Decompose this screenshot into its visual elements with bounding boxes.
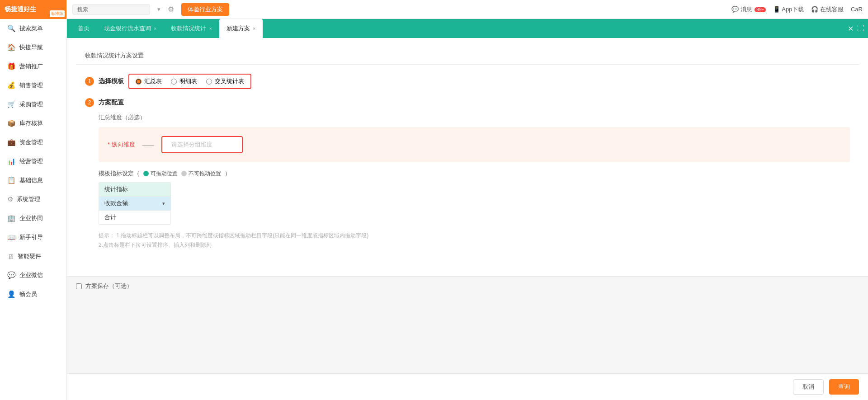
radio-detail-label: 明细表 [179, 77, 197, 85]
sidebar-item-wechat[interactable]: 💬 企业微信 [0, 266, 66, 285]
tip-1: 提示： 1.拖动标题栏可以调整布局，不可跨维度或指标区域拖动栏目字段(只能在同一… [99, 232, 850, 240]
sidebar-item-label: 营销推广 [19, 62, 43, 71]
sidebar-item-inventory[interactable]: 📦 库存核算 [0, 114, 66, 133]
search-input[interactable] [72, 4, 150, 15]
sidebar-item-search-menu[interactable]: 🔍 搜索菜单 [0, 19, 66, 38]
tab-receipt-stat[interactable]: 收款情况统计 × [164, 19, 219, 38]
tab-bank-flow[interactable]: 现金银行流水查询 × [97, 19, 164, 38]
gear-icon[interactable]: ⚙ [168, 5, 174, 14]
tab-new-plan-close[interactable]: × [253, 26, 255, 31]
step1-number: 1 [85, 77, 94, 86]
sidebar-item-label: 资金管理 [19, 138, 43, 146]
save-checkbox[interactable] [76, 283, 82, 289]
draggable-badge: 可拖动位置 [143, 170, 178, 178]
sidebar-item-member[interactable]: 👤 畅会员 [0, 285, 66, 304]
tab-home-label: 首页 [78, 24, 90, 33]
close-all-icon[interactable]: ✕ [848, 24, 854, 33]
logo-badge: 标准版 [50, 10, 65, 17]
logo-text: 畅捷通好生 [5, 5, 36, 14]
sidebar-item-label: 系统管理 [17, 195, 40, 203]
step1-section: 1 选择模板 汇总表 明细表 [85, 74, 850, 89]
tab-receipt-stat-label: 收款情况统计 [171, 24, 206, 33]
stat-header-label: 统计指标 [104, 185, 128, 193]
settings-icon: ⚙ [7, 195, 13, 203]
sidebar-item-label: 新手引导 [19, 233, 43, 241]
gift-icon: 🎁 [7, 62, 16, 71]
app-icon: 📱 [773, 6, 780, 13]
sidebar-item-sales[interactable]: 💰 销售管理 [0, 76, 66, 95]
chevron-down-icon[interactable]: ▾ [162, 201, 165, 207]
sidebar-item-system[interactable]: ⚙ 系统管理 [0, 190, 66, 209]
stat-row-total: 合计 [99, 211, 170, 224]
step1-header: 1 选择模板 汇总表 明细表 [85, 74, 850, 89]
sidebar-item-label: 经营管理 [19, 157, 43, 165]
step2-number: 2 [85, 98, 94, 107]
page-body: 收款情况统计方案设置 1 选择模板 汇总表 [67, 38, 868, 276]
dropdown-icon[interactable]: ▾ [157, 6, 160, 13]
save-label: 方案保存（可选） [85, 282, 132, 290]
sidebar-item-label: 企业微信 [19, 271, 43, 279]
topbar: ▾ ⚙ 体验行业方案 💬 消息 99+ 📱 App下载 🎧 在线客服 CaR [67, 0, 868, 19]
radio-summary[interactable]: 汇总表 [136, 77, 162, 85]
tab-bank-flow-close[interactable]: × [154, 26, 156, 31]
radio-summary-label: 汇总表 [144, 77, 162, 85]
headset-icon: 🎧 [811, 6, 818, 13]
drag-dot-green [143, 171, 149, 176]
sidebar-item-label: 智能硬件 [18, 252, 41, 260]
wechat-icon: 💬 [7, 271, 16, 279]
tab-new-plan[interactable]: 新建方案 × [219, 19, 263, 38]
radio-cross[interactable]: 交叉统计表 [206, 77, 244, 85]
tab-receipt-stat-close[interactable]: × [209, 26, 212, 31]
tab-home[interactable]: 首页 [71, 19, 97, 38]
drag-dot-gray [181, 171, 187, 176]
sidebar-item-label: 基础信息 [19, 176, 43, 184]
stat-table: 统计指标 收款金额 ▾ 合计 [99, 182, 171, 225]
message-area[interactable]: 💬 消息 99+ [731, 5, 766, 14]
col-label: 收款金额 [104, 199, 128, 207]
message-badge: 99+ [755, 7, 766, 12]
user-name[interactable]: CaR [851, 6, 863, 13]
smart-hw-icon: 🖥 [7, 253, 14, 260]
sidebar-item-guide[interactable]: 📖 新手引导 [0, 228, 66, 247]
member-icon: 👤 [7, 290, 16, 298]
sidebar-item-label: 库存核算 [19, 119, 43, 127]
sidebar-item-purchase[interactable]: 🛒 采购管理 [0, 95, 66, 114]
query-button[interactable]: 查询 [829, 379, 859, 395]
sidebar-item-marketing[interactable]: 🎁 营销推广 [0, 57, 66, 76]
radio-cross-label: 交叉统计表 [215, 77, 244, 85]
stat-col-header: 收款金额 ▾ [99, 197, 170, 211]
step2-header: 2 方案配置 [85, 98, 850, 107]
sidebar-item-enterprise[interactable]: 🏢 企业协同 [0, 209, 66, 228]
tabbar: 首页 现金银行流水查询 × 收款情况统计 × 新建方案 × ✕ ⛶ [67, 19, 868, 38]
enterprise-icon: 🏢 [7, 214, 16, 222]
trial-button[interactable]: 体验行业方案 [181, 3, 229, 16]
stat-table-header: 统计指标 [99, 183, 170, 197]
dimension-label: 汇总维度（必选） [99, 113, 850, 122]
sidebar-item-basic-info[interactable]: 📋 基础信息 [0, 171, 66, 190]
cancel-button[interactable]: 取消 [793, 379, 824, 395]
app-download-link[interactable]: 📱 App下载 [773, 5, 804, 14]
tabbar-actions: ✕ ⛶ [848, 24, 864, 33]
indicator-settings: 模板指标设定（ 可拖动位置 不可拖动位置 ） [99, 169, 850, 225]
step1-title: 选择模板 [99, 77, 124, 85]
step2-title: 方案配置 [99, 99, 124, 107]
sidebar-item-label: 销售管理 [19, 81, 43, 89]
maximize-icon[interactable]: ⛶ [857, 24, 864, 33]
sidebar-item-label: 畅会员 [19, 290, 37, 298]
radio-detail[interactable]: 明细表 [171, 77, 197, 85]
online-service-link[interactable]: 🎧 在线客服 [811, 5, 844, 14]
sidebar-item-operation[interactable]: 📊 经营管理 [0, 152, 66, 171]
dimension-select-box[interactable]: 请选择分组维度 [161, 136, 243, 153]
money-icon: 💰 [7, 81, 16, 89]
arrow-icon: —— [142, 141, 154, 148]
sidebar-item-finance[interactable]: 💼 资金管理 [0, 133, 66, 152]
breadcrumb: 收款情况统计方案设置 [76, 47, 859, 65]
dimension-area: * 纵向维度 —— 请选择分组维度 [99, 127, 850, 162]
message-icon: 💬 [731, 6, 739, 13]
sidebar-item-quick-nav[interactable]: 🏠 快捷导航 [0, 38, 66, 57]
box-icon: 📦 [7, 119, 16, 127]
sidebar-item-smart-hw[interactable]: 🖥 智能硬件 [0, 247, 66, 266]
chart-icon: 📊 [7, 157, 16, 165]
dimension-row: * 纵向维度 —— 请选择分组维度 [108, 136, 841, 153]
logo-area: 畅捷通好生 标准版 [0, 0, 66, 19]
